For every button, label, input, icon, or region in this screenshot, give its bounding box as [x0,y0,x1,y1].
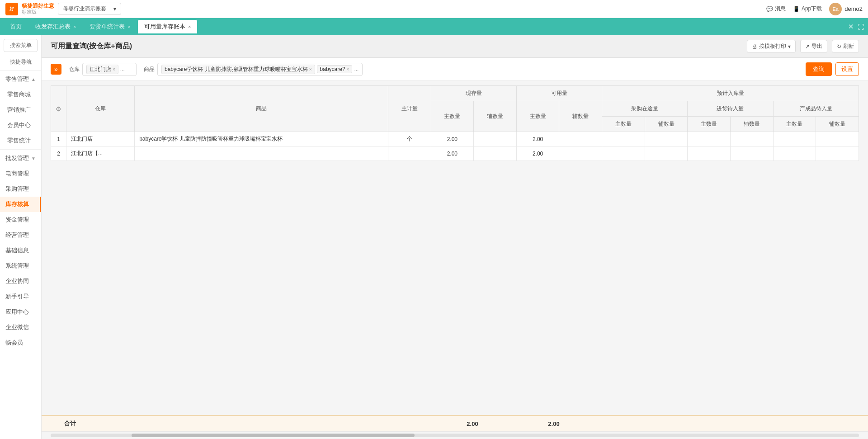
industry-selector[interactable]: 母婴行业演示账套 ▾ [58,3,121,15]
tab-order-summary-close[interactable]: × [127,24,130,29]
cell-index: 2 [51,146,66,161]
cell-prod-aux [816,132,859,146]
th-inbound-aux: 辅数量 [730,117,773,132]
sidebar-wholesale-arrow: ▼ [31,156,36,161]
sidebar-item-retail-mall[interactable]: 零售商城 [0,87,41,102]
th-product: 商品 [135,86,388,132]
sidebar-item-member[interactable]: 会员中心 [0,118,41,133]
sidebar-item-ecommerce[interactable]: 电商管理 [0,166,41,181]
product-tag-close-1[interactable]: × [309,67,312,72]
sidebar-divider-2 [0,149,41,150]
sidebar-item-app-center[interactable]: 应用中心 [0,304,41,320]
avatar: Ea [829,3,842,15]
quick-nav-btn[interactable]: 快捷导航 [0,56,41,69]
product-filter-group: 商品 babycare学饮杯 儿童防摔防撞吸管杯重力球吸嘴杯宝宝水杯 × bab… [144,63,363,76]
sidebar-inventory-label: 库存核算 [5,200,29,208]
brand-sub: 标准版 [22,9,54,15]
sidebar-enterprise-label: 企业协同 [5,277,29,285]
query-btn[interactable]: 查询 [806,62,832,76]
cell-index: 1 [51,132,66,146]
message-btn[interactable]: 💬 消息 [766,5,786,13]
inventory-table: ⚙ 仓库 商品 主计量 现存量 可用量 预计入库量 主数量 辅数量 主数量 辅数… [51,85,859,161]
sidebar-item-system[interactable]: 系统管理 [0,258,41,274]
cell-pur-transit-aux [645,132,688,146]
th-forecast-group: 预计入库量 [602,86,859,101]
sidebar-item-retail-stat[interactable]: 零售统计 [0,133,41,148]
tab-receive-summary-label: 收发存汇总表 [35,23,71,31]
warehouse-filter-more[interactable]: ... [120,66,125,72]
refresh-btn[interactable]: ↻ 刷新 [832,40,859,53]
close-all-tabs-icon[interactable]: ✕ [848,23,854,31]
warehouse-filter-group: 仓库 江北门店 × ... [69,63,137,76]
sidebar-guide-label: 新手引导 [5,293,29,301]
cell-pur-transit-main [602,146,645,161]
app-download-btn[interactable]: 📱 App下载 [793,5,822,13]
sidebar-item-retail[interactable]: 零售管理 ▲ [0,71,41,87]
sidebar-item-operation[interactable]: 经营管理 [0,227,41,243]
sidebar-retail-arrow: ▲ [31,77,36,82]
th-stock-group: 现存量 [431,86,516,101]
sidebar-item-finance[interactable]: 资金管理 [0,212,41,227]
expand-icon[interactable]: ⛶ [858,23,864,31]
warehouse-filter-input[interactable]: 江北门店 × ... [82,63,137,76]
product-filter-input[interactable]: babycare学饮杯 儿童防摔防撞吸管杯重力球吸嘴杯宝宝水杯 × babyca… [157,63,363,76]
sidebar-item-wholesale[interactable]: 批发管理 ▼ [0,151,41,166]
warehouse-tag-close[interactable]: × [113,67,115,72]
th-prod-main: 主数量 [773,117,816,132]
sidebar-item-vip[interactable]: 畅会员 [0,335,41,350]
tab-receive-summary[interactable]: 收发存汇总表 × [29,20,82,33]
tab-home[interactable]: 首页 [4,20,28,33]
sidebar-member-label: 会员中心 [7,121,31,129]
template-print-btn[interactable]: 🖨 按模板打印 ▾ [747,40,796,53]
user-section: Ea demo2 [829,3,863,15]
cell-stock-aux [474,132,517,146]
print-icon: 🖨 [752,43,757,50]
phone-icon: 📱 [793,6,800,12]
product-tag-close-2[interactable]: × [347,67,349,72]
export-icon: ↗ [805,43,810,50]
filter-expand-btn[interactable]: » [51,64,61,75]
brand-name: 畅捷通好生意 [22,3,54,9]
sidebar-retail-label: 零售管理 [5,75,29,83]
table-row: 1 江北门店 babycare学饮杯 儿童防摔防撞吸管杯重力球吸嘴杯宝宝水杯 个… [51,132,859,146]
tab-available-stock-close[interactable]: × [188,24,191,29]
sidebar-item-purchase[interactable]: 采购管理 [0,181,41,197]
table-container: ⚙ 仓库 商品 主计量 现存量 可用量 预计入库量 主数量 辅数量 主数量 辅数… [42,81,868,415]
sidebar-retail-stat-label: 零售统计 [7,137,31,145]
th-inbound-pending: 进货待入量 [688,101,773,117]
sidebar-item-wechat[interactable]: 企业微信 [0,320,41,335]
scroll-bar-wrapper [42,431,868,439]
tab-receive-summary-close[interactable]: × [73,24,76,29]
scroll-bar-thumb[interactable] [132,434,415,437]
gear-icon[interactable]: ⚙ [56,105,61,113]
sidebar-wechat-label: 企业微信 [5,323,29,331]
sidebar-item-basic[interactable]: 基础信息 [0,243,41,258]
sidebar-item-inventory[interactable]: 库存核算 [0,197,41,212]
sidebar-item-enterprise[interactable]: 企业协同 [0,274,41,289]
search-menu-btn[interactable]: 搜索菜单 [4,39,38,52]
footer-pur-transit-aux [656,420,696,427]
warehouse-tag-jiangbei: 江北门店 × [86,65,118,74]
cell-available-main: 2.00 [516,146,559,161]
tab-order-summary[interactable]: 要货单统计表 × [83,20,137,33]
th-prod-aux: 辅数量 [816,117,859,132]
sidebar-operation-label: 经营管理 [5,231,29,239]
table-body: 1 江北门店 babycare学饮杯 儿童防摔防撞吸管杯重力球吸嘴杯宝宝水杯 个… [51,132,859,161]
sidebar-marketing-label: 营销推广 [7,106,31,114]
sidebar-item-marketing[interactable]: 营销推广 [0,102,41,118]
product-filter-more[interactable]: ... [354,66,359,72]
sidebar-vip-label: 畅会员 [5,339,23,347]
footer-available-main: 2.00 [533,420,574,427]
export-btn[interactable]: ↗ 导出 [800,40,827,53]
username: demo2 [844,5,863,12]
sidebar-item-guide[interactable]: 新手引导 [0,289,41,304]
message-icon: 💬 [766,6,773,12]
settings-btn[interactable]: 设置 [835,62,859,76]
tab-home-label: 首页 [10,23,22,31]
sidebar-ecommerce-label: 电商管理 [5,170,29,178]
tab-available-stock-label: 可用量库存账本 [144,23,185,31]
tab-available-stock[interactable]: 可用量库存账本 × [138,20,197,33]
filter-actions: 查询 设置 [806,62,859,76]
sidebar-finance-label: 资金管理 [5,216,29,224]
cell-inbound-aux [730,146,773,161]
